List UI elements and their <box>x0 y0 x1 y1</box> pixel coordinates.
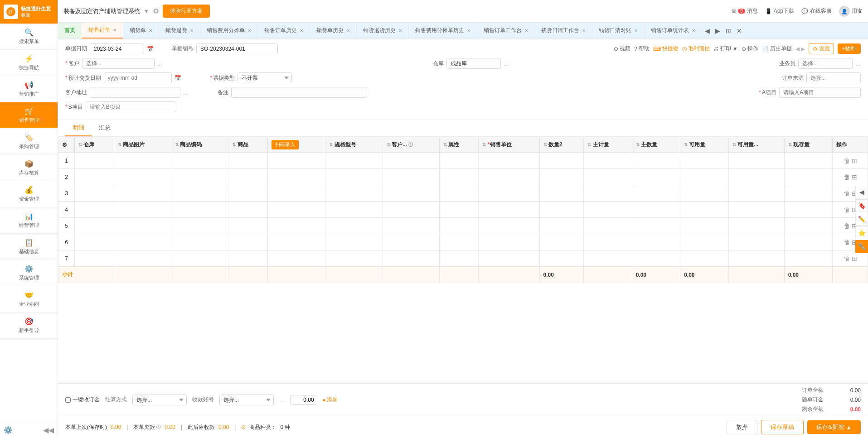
tab-close-invoice-history[interactable]: ✕ <box>346 28 350 33</box>
collapse-icon[interactable]: ◀◀ <box>43 426 54 434</box>
note-input[interactable] <box>231 87 367 98</box>
save-draft-btn[interactable]: 保存草稿 <box>761 420 804 434</box>
row-available[interactable] <box>680 169 728 185</box>
row-sales-unit[interactable] <box>479 234 539 250</box>
row-sales-unit[interactable] <box>479 202 539 218</box>
row-delete-btn[interactable]: 🗑 <box>844 157 850 164</box>
tab-close-return-history[interactable]: ✕ <box>398 28 402 33</box>
user-item[interactable]: 👤 用友 <box>839 6 863 17</box>
row-customer[interactable] <box>383 169 439 185</box>
tab-close-sales-order-history[interactable]: ✕ <box>300 28 303 33</box>
row-spec[interactable] <box>325 234 383 250</box>
row-main-unit[interactable] <box>584 153 632 169</box>
row-warehouse[interactable] <box>75 202 114 218</box>
tab-invoice-history[interactable]: 销货单历史 ✕ <box>310 23 357 38</box>
row-main-qty[interactable] <box>632 153 680 169</box>
row-product-code[interactable] <box>171 218 228 234</box>
account-select[interactable]: 选择... <box>219 395 274 405</box>
tab-close-order-report[interactable]: ✕ <box>692 28 695 33</box>
tab-close-sales-invoice[interactable]: ✕ <box>149 28 152 33</box>
row-stock[interactable] <box>784 169 832 185</box>
row-available2[interactable] <box>728 169 784 185</box>
row-customer[interactable] <box>383 250 439 267</box>
online-support-item[interactable]: 💬 在线客服 <box>801 7 832 15</box>
row-warehouse[interactable] <box>75 185 114 202</box>
row-scan[interactable] <box>267 250 325 267</box>
row-customer[interactable] <box>383 185 439 202</box>
tab-sales-invoice[interactable]: 销货单 ✕ <box>123 23 159 38</box>
order-source-input[interactable] <box>806 72 861 83</box>
delivery-calendar-icon[interactable]: 📅 <box>175 75 181 81</box>
tab-sales-order-history[interactable]: 销售订单历史 ✕ <box>258 23 310 38</box>
sidebar-item-enterprise[interactable]: 🤝 企业协同 <box>0 286 58 313</box>
settlement-select[interactable]: 选择... <box>132 395 187 405</box>
history-btn[interactable]: 📄 历史单据 <box>762 45 792 53</box>
row-copy-btn[interactable]: ⊞ <box>852 173 857 181</box>
customer-address-input[interactable] <box>90 87 180 98</box>
detail-tab-huizong[interactable]: 汇总 <box>92 120 118 136</box>
row-warehouse[interactable] <box>75 169 114 185</box>
payment-amount-input[interactable] <box>290 395 317 405</box>
sidebar-item-system[interactable]: ⚙️ 系统管理 <box>0 260 58 286</box>
row-scan[interactable] <box>267 218 325 234</box>
row-main-qty[interactable] <box>632 250 680 267</box>
row-scan[interactable] <box>267 169 325 185</box>
row-product-code[interactable] <box>171 234 228 250</box>
row-available2[interactable] <box>728 234 784 250</box>
dropdown-icon[interactable]: ▼ <box>144 8 149 14</box>
row-main-unit[interactable] <box>584 234 632 250</box>
add-material-btn[interactable]: +物料 <box>838 43 861 54</box>
order-no-input[interactable] <box>196 43 278 54</box>
customer-input[interactable] <box>82 58 155 69</box>
tab-close-expense-history[interactable]: ✕ <box>467 28 470 33</box>
row-main-qty[interactable] <box>632 169 680 185</box>
print-btn[interactable]: 🖨 打印 ▼ <box>713 45 738 53</box>
row-warehouse[interactable] <box>75 153 114 169</box>
row-delete-btn[interactable]: 🗑 <box>844 239 850 246</box>
row-delete-btn[interactable]: 🗑 <box>844 206 850 213</box>
b-project-input[interactable] <box>86 101 176 112</box>
tab-close-sales-return[interactable]: ✕ <box>190 28 194 33</box>
row-product[interactable] <box>228 185 268 202</box>
solution-btn[interactable]: 体验行业方案 <box>163 5 210 18</box>
row-product-img[interactable] <box>114 169 171 185</box>
sidebar-item-search[interactable]: 🔍 搜索菜单 <box>0 24 58 50</box>
tab-expense-history[interactable]: 销售费用分摊单历史 ✕ <box>409 23 477 38</box>
tab-close-daily-workbench[interactable]: ✕ <box>582 28 586 33</box>
discard-btn[interactable]: 放弃 <box>727 420 757 434</box>
settings-btn[interactable]: ⚙ 设置 <box>809 43 834 54</box>
row-qty2[interactable] <box>539 185 584 202</box>
a-project-input[interactable] <box>779 87 861 98</box>
row-attribute[interactable] <box>439 218 479 234</box>
sidebar-item-quick-nav[interactable]: ⚡ 快捷导航 <box>0 50 58 76</box>
warehouse-expand-icon[interactable]: ... <box>504 60 509 67</box>
row-stock[interactable] <box>784 202 832 218</box>
row-main-unit[interactable] <box>584 169 632 185</box>
table-wrapper[interactable]: ⚙ ⇅ 仓库 ⇅ 商品图片 ⇅ 商品编码 ⇅ 商品 扫码录入 ⇅ 规格型号 ⇅ … <box>58 137 868 383</box>
row-attribute[interactable] <box>439 202 479 218</box>
row-attribute[interactable] <box>439 153 479 169</box>
tab-order-report[interactable]: 销售订单统计表 ✕ <box>645 23 702 38</box>
row-delete-btn[interactable]: 🗑 <box>844 255 850 262</box>
row-product-img[interactable] <box>114 202 171 218</box>
row-spec[interactable] <box>325 153 383 169</box>
settings-gear-icon[interactable]: ⚙ <box>153 7 159 15</box>
tab-close-sales-order[interactable]: ✕ <box>113 28 116 33</box>
row-product-img[interactable] <box>114 234 171 250</box>
row-delete-btn[interactable]: 🗑 <box>844 190 850 197</box>
tab-prev-icon[interactable]: ◀ <box>702 27 713 34</box>
row-available[interactable] <box>680 153 728 169</box>
row-product[interactable] <box>228 169 268 185</box>
sidebar-item-sales[interactable]: 🛒 销售管理 <box>0 102 58 129</box>
right-panel-btn-4[interactable]: ⭐ <box>855 226 868 239</box>
sidebar-item-inventory[interactable]: 📦 库存核算 <box>0 155 58 181</box>
tab-sales-return[interactable]: 销货退货 ✕ <box>159 23 200 38</box>
view-btn[interactable]: ⊙ 视频 <box>614 45 630 53</box>
row-product[interactable] <box>228 250 268 267</box>
row-product[interactable] <box>228 234 268 250</box>
row-spec[interactable] <box>325 169 383 185</box>
one-click-checkbox-label[interactable]: 一键收订金 <box>65 396 100 404</box>
sidebar-item-basic-info[interactable]: 📋 基础信息 <box>0 234 58 260</box>
row-main-qty[interactable] <box>632 218 680 234</box>
row-product-code[interactable] <box>171 250 228 267</box>
